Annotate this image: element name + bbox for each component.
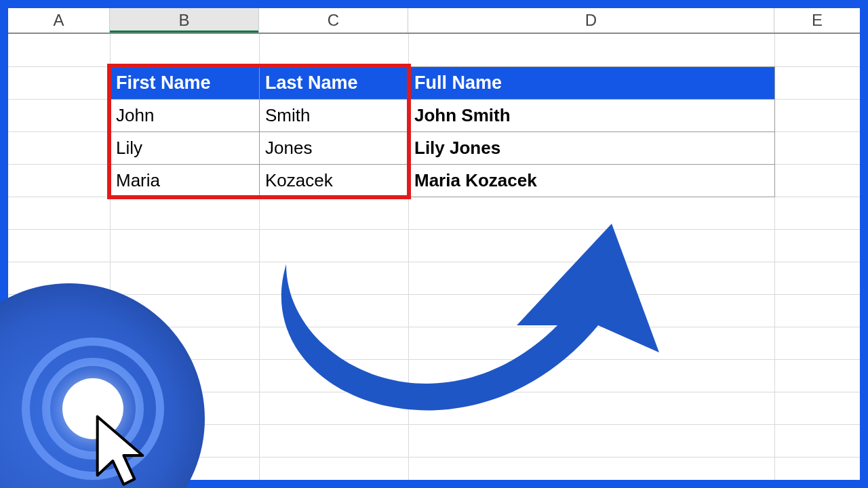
col-header-E[interactable]: E <box>774 8 860 33</box>
spreadsheet[interactable]: A B C D E First <box>8 8 860 480</box>
cell-first-name[interactable]: Lily <box>111 132 260 165</box>
cell-last-name[interactable]: Jones <box>260 132 409 165</box>
cell-last-name[interactable]: Smith <box>260 100 409 132</box>
table-row: Maria Kozacek Maria Kozacek <box>111 165 775 197</box>
cell-full-name[interactable]: Lily Jones <box>409 132 775 165</box>
table-row: Lily Jones Lily Jones <box>111 132 775 165</box>
header-last-name[interactable]: Last Name <box>260 67 409 100</box>
column-header-row: A B C D E <box>8 8 860 34</box>
cell-full-name[interactable]: John Smith <box>409 100 775 132</box>
cell-full-name[interactable]: Maria Kozacek <box>409 165 775 197</box>
table-row: John Smith John Smith <box>111 100 775 132</box>
table-header-row: First Name Last Name Full Name <box>111 67 775 100</box>
header-full-name[interactable]: Full Name <box>409 67 775 100</box>
data-table-wrap: First Name Last Name Full Name John Smit… <box>110 66 775 197</box>
col-header-A[interactable]: A <box>8 8 110 33</box>
header-first-name[interactable]: First Name <box>111 67 260 100</box>
data-table: First Name Last Name Full Name John Smit… <box>110 66 775 197</box>
col-header-D[interactable]: D <box>408 8 774 33</box>
grid-area[interactable]: First Name Last Name Full Name John Smit… <box>8 34 860 480</box>
col-header-C[interactable]: C <box>259 8 408 33</box>
cell-first-name[interactable]: Maria <box>111 165 260 197</box>
cell-last-name[interactable]: Kozacek <box>260 165 409 197</box>
swoosh-arrow-icon <box>245 224 666 427</box>
channel-logo <box>0 283 205 488</box>
cursor-icon <box>90 412 151 488</box>
cell-first-name[interactable]: John <box>111 100 260 132</box>
col-header-B[interactable]: B <box>110 8 259 33</box>
